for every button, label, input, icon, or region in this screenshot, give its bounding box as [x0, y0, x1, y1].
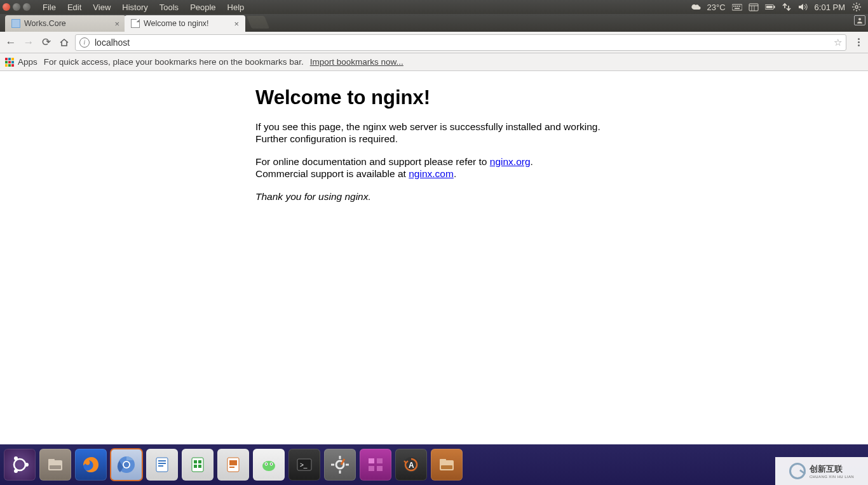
svg-rect-38: [192, 458, 203, 472]
dock-dash[interactable]: [4, 449, 36, 481]
dock-archive[interactable]: [431, 449, 463, 481]
page-paragraph-2: For online documentation and support ple…: [255, 156, 611, 180]
svg-rect-39: [194, 460, 197, 463]
bookmark-star-icon[interactable]: ☆: [834, 37, 842, 48]
menu-history[interactable]: History: [116, 3, 153, 12]
app-menus: File Edit View History Tools People Help: [37, 3, 250, 12]
svg-point-24: [25, 463, 29, 467]
weather-icon[interactable]: [691, 3, 701, 11]
browser-toolbar: ← → ⟳ i localhost ☆: [0, 32, 868, 53]
back-button[interactable]: ←: [4, 36, 18, 50]
svg-point-23: [14, 459, 25, 470]
svg-rect-12: [766, 6, 772, 8]
window-minimize-button[interactable]: [13, 3, 20, 11]
apps-grid-icon: [5, 58, 14, 67]
dock-workspace[interactable]: [360, 449, 391, 481]
bookmarks-bar: Apps For quick access, place your bookma…: [0, 53, 868, 71]
dock-terminal[interactable]: >_: [288, 449, 320, 481]
address-bar[interactable]: i localhost ☆: [75, 34, 846, 51]
svg-rect-45: [229, 467, 234, 468]
system-tray: 23°C 6:01 PM: [691, 3, 865, 12]
svg-rect-42: [198, 465, 201, 468]
favicon-icon: [11, 19, 20, 28]
home-button[interactable]: [57, 36, 71, 50]
page-thanks: Thank you for using nginx.: [255, 191, 371, 202]
watermark-sub: CHUANG XIN HU LIAN: [810, 475, 854, 479]
svg-rect-6: [749, 4, 758, 11]
menu-file[interactable]: File: [37, 3, 62, 12]
page-heading: Welcome to nginx!: [255, 86, 611, 109]
system-menubar: File Edit View History Tools People Help…: [0, 0, 868, 14]
menu-help[interactable]: Help: [222, 3, 250, 12]
forward-button[interactable]: →: [22, 36, 36, 50]
site-info-icon[interactable]: i: [79, 37, 90, 48]
dock-chromium[interactable]: [111, 449, 142, 481]
apps-shortcut[interactable]: Apps: [5, 57, 37, 67]
svg-rect-44: [229, 460, 237, 465]
clock[interactable]: 6:01 PM: [815, 3, 845, 12]
svg-rect-64: [440, 459, 446, 462]
network-icon[interactable]: [782, 3, 792, 11]
keyboard-icon[interactable]: [732, 3, 742, 11]
tab-close-button[interactable]: ×: [233, 19, 240, 29]
dock-updater[interactable]: A: [395, 449, 427, 481]
svg-point-26: [14, 469, 18, 473]
svg-rect-41: [194, 465, 197, 468]
window-maximize-button[interactable]: [23, 3, 31, 11]
svg-point-13: [855, 6, 858, 8]
dock-impress[interactable]: [217, 449, 249, 481]
menu-people[interactable]: People: [184, 3, 221, 12]
svg-rect-34: [156, 458, 168, 472]
svg-rect-5: [735, 8, 740, 10]
svg-point-33: [124, 462, 129, 467]
svg-point-48: [266, 463, 267, 465]
tab-works-core[interactable]: Works.Core ×: [5, 15, 126, 32]
profile-indicator[interactable]: [851, 15, 865, 25]
svg-rect-58: [377, 458, 383, 463]
dock-settings[interactable]: [324, 449, 356, 481]
svg-rect-1: [733, 6, 735, 7]
window-close-button[interactable]: [3, 3, 10, 11]
new-tab-button[interactable]: [247, 16, 269, 29]
svg-rect-11: [773, 6, 775, 8]
svg-line-21: [858, 4, 860, 5]
svg-rect-60: [377, 466, 383, 471]
dock-writer[interactable]: [146, 449, 178, 481]
nginx-welcome: Welcome to nginx! If you see this page, …: [255, 86, 611, 203]
page-viewport: Welcome to nginx! If you see this page, …: [0, 71, 868, 444]
url-text: localhost: [95, 37, 834, 48]
dock-calc[interactable]: [182, 449, 214, 481]
menu-view[interactable]: View: [87, 3, 116, 12]
calendar-icon[interactable]: [749, 3, 759, 11]
import-bookmarks-link[interactable]: Import bookmarks now...: [310, 57, 403, 67]
tab-nginx[interactable]: Welcome to nginx! ×: [125, 15, 245, 32]
svg-rect-57: [369, 458, 374, 463]
reload-button[interactable]: ⟳: [39, 36, 53, 50]
text: .: [531, 156, 533, 167]
svg-line-20: [853, 9, 855, 10]
dock-firefox[interactable]: [75, 449, 107, 481]
menu-tools[interactable]: Tools: [154, 3, 184, 12]
dock-files[interactable]: [39, 449, 71, 481]
window-controls: [3, 3, 31, 11]
menu-edit[interactable]: Edit: [62, 3, 87, 12]
svg-rect-29: [50, 465, 61, 469]
link-nginx-org[interactable]: nginx.org: [490, 156, 531, 167]
link-nginx-com[interactable]: nginx.com: [409, 168, 454, 179]
apps-label: Apps: [18, 57, 37, 67]
battery-icon[interactable]: [765, 3, 775, 11]
dock-messaging[interactable]: [253, 449, 285, 481]
chrome-menu-button[interactable]: [853, 38, 864, 46]
session-gear-icon[interactable]: [851, 3, 862, 11]
svg-rect-37: [158, 465, 163, 467]
svg-line-19: [858, 9, 860, 10]
watermark-brand: 创新互联: [810, 463, 854, 475]
svg-rect-65: [441, 465, 452, 469]
text: .: [454, 168, 456, 179]
volume-icon[interactable]: [798, 3, 808, 11]
text: Commercial support is available at: [255, 168, 409, 179]
svg-rect-3: [737, 6, 738, 7]
svg-rect-4: [739, 6, 740, 7]
svg-rect-40: [198, 460, 201, 463]
tab-close-button[interactable]: ×: [113, 19, 121, 29]
